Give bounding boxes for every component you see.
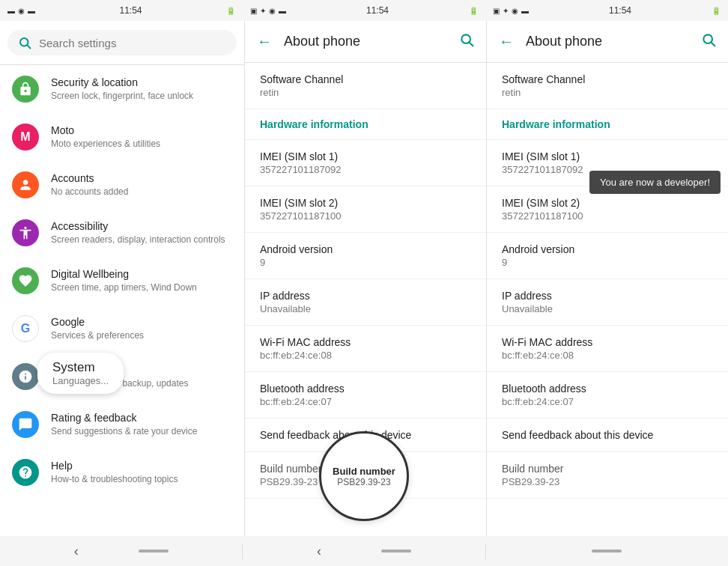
- rating-icon-wrap: [12, 411, 39, 438]
- sidebar-item-google[interactable]: G Google Services & preferences: [0, 305, 244, 353]
- sidebar-item-system[interactable]: System Languages, time, backup, updates …: [0, 353, 244, 401]
- accessibility-icon-wrap: [12, 219, 39, 246]
- right-build-number[interactable]: Build number PSB29.39-23: [487, 452, 728, 499]
- middle-imei2-title: IMEI (SIM slot 2): [260, 197, 471, 209]
- right-software-channel-title: Software Channel: [502, 73, 713, 85]
- right-imei2-subtitle: 357227101187100: [502, 210, 713, 222]
- middle-imei1-title: IMEI (SIM slot 1): [260, 150, 471, 162]
- middle-back-button[interactable]: ←: [257, 33, 272, 50]
- accounts-text: Accounts No accounts added: [51, 171, 232, 198]
- help-title: Help: [51, 459, 232, 472]
- search-input-wrap[interactable]: [7, 30, 237, 55]
- security-subtitle: Screen lock, fingerprint, face unlock: [51, 91, 232, 103]
- middle-ip-title: IP address: [260, 290, 471, 302]
- sidebar-item-digital-wellbeing[interactable]: Digital Wellbeing Screen time, app timer…: [0, 257, 244, 305]
- status-time-left: 11:54: [119, 5, 142, 16]
- middle-imei1[interactable]: IMEI (SIM slot 1) 357227101187092: [245, 140, 486, 186]
- icon-sim-mid: ▣: [250, 7, 257, 15]
- sidebar-item-accounts[interactable]: Accounts No accounts added: [0, 161, 244, 209]
- help-icon: [18, 465, 33, 480]
- middle-hardware-title: Hardware information: [260, 118, 471, 130]
- right-bluetooth[interactable]: Bluetooth address bc:ff:eb:24:ce:07: [487, 372, 728, 419]
- right-build-subtitle: PSB29.39-23: [502, 476, 713, 487]
- info-icon: [18, 369, 33, 384]
- search-icon-right: [701, 32, 716, 47]
- middle-android-version[interactable]: Android version 9: [245, 233, 486, 279]
- status-icons-mid: ▣ ✦ ◉ ▬: [250, 7, 286, 15]
- build-number-circle[interactable]: Build number PSB29.39-23: [319, 431, 409, 521]
- sidebar-item-moto[interactable]: M Moto Moto experiences & utilities: [0, 113, 244, 161]
- rating-subtitle: Send suggestions & rate your device: [51, 426, 232, 438]
- battery-icon-right: 🔋: [712, 7, 721, 15]
- middle-wifi-mac[interactable]: Wi-Fi MAC address bc:ff:eb:24:ce:08: [245, 326, 486, 372]
- right-search-button[interactable]: [701, 32, 716, 51]
- middle-ip-address[interactable]: IP address Unavailable: [245, 279, 486, 326]
- middle-imei2[interactable]: IMEI (SIM slot 2) 357227101187100: [245, 186, 486, 233]
- search-input[interactable]: [39, 37, 226, 49]
- right-android-title: Android version: [502, 243, 713, 255]
- middle-search-button[interactable]: [459, 32, 474, 51]
- right-feedback-title: Send feedback about this device: [502, 429, 713, 441]
- google-icon-wrap: G: [12, 315, 39, 342]
- accounts-subtitle: No accounts added: [51, 186, 232, 198]
- middle-software-channel-subtitle: retin: [260, 87, 471, 98]
- search-icon-mid: [459, 32, 474, 47]
- right-ip-address[interactable]: IP address Unavailable: [487, 279, 728, 326]
- build-number-circle-value: PSB29.39-23: [337, 477, 390, 487]
- right-software-channel[interactable]: Software Channel retin: [487, 63, 728, 109]
- system-tooltip: System Languages...: [37, 353, 124, 394]
- search-bar[interactable]: [0, 21, 244, 65]
- right-hardware-header: Hardware information: [487, 109, 728, 140]
- sidebar-item-help[interactable]: Help How-to & troubleshooting topics: [0, 448, 244, 496]
- google-icon: G: [21, 322, 30, 335]
- right-hardware-title: Hardware information: [502, 118, 713, 130]
- right-back-button[interactable]: ←: [499, 33, 514, 50]
- moto-text: Moto Moto experiences & utilities: [51, 124, 232, 150]
- nav-back-mid[interactable]: ‹: [317, 544, 321, 559]
- nav-back-left[interactable]: ‹: [74, 544, 79, 559]
- svg-line-5: [712, 43, 715, 46]
- digital-wellbeing-subtitle: Screen time, app timers, Wind Down: [51, 282, 232, 294]
- middle-software-channel[interactable]: Software Channel retin: [245, 63, 486, 109]
- sidebar-item-security[interactable]: Security & location Screen lock, fingerp…: [0, 65, 244, 113]
- moto-icon: M: [20, 130, 30, 144]
- battery-icon-left: 🔋: [226, 7, 235, 15]
- nav-home-left: [139, 550, 169, 553]
- search-icon: [18, 36, 31, 49]
- settings-list: Security & location Screen lock, fingerp…: [0, 65, 244, 536]
- status-panel-mid: ▣ ✦ ◉ ▬ 11:54 🔋: [243, 5, 485, 16]
- right-feedback[interactable]: Send feedback about this device: [487, 419, 728, 452]
- person-icon: [18, 177, 33, 192]
- sidebar-item-rating[interactable]: Rating & feedback Send suggestions & rat…: [0, 401, 244, 448]
- icon-msg-mid: ▬: [279, 7, 286, 15]
- icon-msg: ▬: [28, 7, 35, 15]
- right-about-list: Software Channel retin Hardware informat…: [487, 63, 728, 536]
- settings-panel: Security & location Screen lock, fingerp…: [0, 21, 245, 536]
- status-battery-right: 🔋: [712, 7, 721, 15]
- battery-icon-mid: 🔋: [469, 7, 478, 15]
- icon-shield-right: ◉: [512, 7, 518, 15]
- right-build-title: Build number: [502, 463, 713, 475]
- moto-icon-wrap: M: [12, 124, 39, 150]
- right-android-version[interactable]: Android version 9: [487, 233, 728, 279]
- security-title: Security & location: [51, 76, 232, 89]
- icon-shield-mid: ◉: [269, 7, 276, 15]
- svg-line-1: [27, 45, 30, 48]
- nav-panel-left: ‹: [0, 544, 243, 559]
- help-text: Help How-to & troubleshooting topics: [51, 459, 232, 486]
- middle-bluetooth[interactable]: Bluetooth address bc:ff:eb:24:ce:07: [245, 372, 486, 419]
- nav-panel-right: [486, 550, 728, 553]
- middle-wifi-title: Wi-Fi MAC address: [260, 336, 471, 348]
- status-bar: ▬ ◉ ▬ 11:54 🔋 ▣ ✦ ◉ ▬ 11:54 🔋 ▣ ✦ ◉ ▬ 11…: [0, 0, 728, 21]
- nav-home-right: [592, 550, 622, 553]
- status-time-right: 11:54: [609, 5, 631, 16]
- developer-toast-text: You are now a developer!: [600, 177, 710, 188]
- moto-title: Moto: [51, 124, 232, 137]
- status-battery-left: 🔋: [226, 7, 235, 15]
- icon-msg-right: ▬: [521, 7, 529, 15]
- feedback-icon: [18, 417, 33, 432]
- right-wifi-mac[interactable]: Wi-Fi MAC address bc:ff:eb:24:ce:08: [487, 326, 728, 372]
- middle-about-panel: ← About phone Software Channel retin Har…: [245, 21, 487, 536]
- middle-bt-title: Bluetooth address: [260, 383, 471, 395]
- sidebar-item-accessibility[interactable]: Accessibility Screen readers, display, i…: [0, 209, 244, 257]
